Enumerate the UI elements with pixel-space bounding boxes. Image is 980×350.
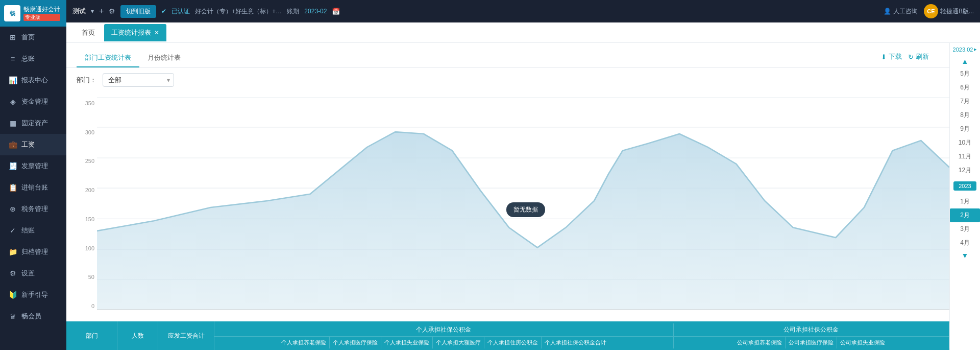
topbar-title-dropdown[interactable]: ▾ — [91, 8, 94, 15]
year-2023-badge-wrapper: 2023 — [950, 177, 980, 195]
tabbar: 首页 工资统计报表 ✕ — [66, 22, 980, 43]
switch-old-btn[interactable]: 切到旧版 — [120, 5, 156, 18]
date-panel: 2023.02 ▸ ▲ 5月 6月 7月 8月 9月 10月 11月 12月 2… — [949, 43, 980, 350]
topbar-status: 已认证 — [172, 7, 190, 16]
date-month-10[interactable]: 10月 — [950, 136, 980, 150]
archive-icon: 📁 — [8, 248, 17, 256]
download-btn[interactable]: ⬇ 下载 — [881, 52, 902, 61]
table-group-company-title: 公司承担社保公积金 — [674, 323, 949, 337]
sidebar-item-funds[interactable]: ◈ 资金管理 — [0, 91, 66, 112]
topbar-right: 👤 人工咨询 CE 轻捷通B版... — [884, 4, 974, 18]
date-2023-month-2[interactable]: 2月 — [950, 208, 980, 222]
sidebar-item-close[interactable]: ✓ 结账 — [0, 220, 66, 241]
date-nav-down[interactable]: ▼ — [960, 250, 970, 261]
bottom-table-header: 部门 人数 应发工资合计 个人承担社保公积金 个人承担养老保险 个人承担医疗保险 — [66, 321, 949, 350]
sidebar-item-ledger[interactable]: ≡ 总账 — [0, 48, 66, 69]
table-group-personal-insurance: 个人承担社保公积金 个人承担养老保险 个人承担医疗保险 个人承担失业保险 个人承… — [214, 323, 674, 348]
ledger-icon: ≡ — [8, 55, 17, 63]
table-group-personal-subs: 个人承担养老保险 个人承担医疗保险 个人承担失业保险 个人承担大额医疗 个人承担… — [278, 337, 609, 348]
topbar-title: 测试 — [72, 7, 86, 16]
date-month-12[interactable]: 12月 — [950, 164, 980, 177]
sidebar-item-archive[interactable]: 📁 归档管理 — [0, 241, 66, 263]
date-2023-month-1[interactable]: 1月 — [950, 195, 980, 208]
y-label-250: 250 — [66, 158, 94, 164]
sidebar-item-settings[interactable]: ⚙ 设置 — [0, 263, 66, 284]
topbar-tags: 好会计（专）+好生意（标）+… — [195, 7, 282, 16]
date-month-8[interactable]: 8月 — [950, 108, 980, 122]
download-icon: ⬇ — [881, 53, 887, 61]
sidebar-item-vip[interactable]: ♛ 畅会员 — [0, 306, 66, 327]
topbar-help[interactable]: 👤 人工咨询 — [884, 7, 918, 16]
date-filter-icon: ▸ — [974, 46, 977, 53]
subtabs: 部门工资统计表 月份统计表 ⬇ 下载 ↻ 刷新 — [66, 43, 949, 68]
main-area: 测试 ▾ + ⚙ 切到旧版 ✔ 已认证 好会计（专）+好生意（标）+… 账期 2… — [66, 0, 980, 350]
tab-close-btn[interactable]: ✕ — [154, 29, 159, 36]
table-col-dept: 部门 — [66, 321, 117, 350]
sidebar-item-tax[interactable]: ⊛ 税务管理 — [0, 198, 66, 220]
y-label-200: 200 — [66, 187, 94, 193]
logo-icon: 畅 — [4, 5, 20, 21]
trade-icon: 📋 — [8, 183, 17, 192]
y-label-300: 300 — [66, 129, 94, 135]
sidebar-item-salary[interactable]: 💼 工资 — [0, 134, 66, 155]
sidebar-item-invoice[interactable]: 🧾 发票管理 — [0, 155, 66, 177]
topbar-period: 2023-02 — [304, 8, 327, 15]
table-sub-personal-housing: 个人承担住房公积金 — [484, 337, 542, 348]
date-month-5[interactable]: 5月 — [950, 67, 980, 81]
refresh-icon: ↻ — [908, 53, 914, 61]
subtab-month[interactable]: 月份统计表 — [139, 49, 189, 67]
topbar: 测试 ▾ + ⚙ 切到旧版 ✔ 已认证 好会计（专）+好生意（标）+… 账期 2… — [66, 0, 980, 22]
topbar-gear-btn[interactable]: ⚙ — [109, 7, 115, 15]
topbar-add-btn[interactable]: + — [99, 7, 104, 16]
topbar-user[interactable]: CE 轻捷通B版... — [924, 4, 974, 18]
page: 部门工资统计表 月份统计表 ⬇ 下载 ↻ 刷新 — [66, 43, 980, 350]
subtab-dept[interactable]: 部门工资统计表 — [77, 49, 139, 67]
table-col-salary: 应发工资合计 — [158, 321, 214, 350]
no-data-tooltip: 暂无数据 — [506, 202, 545, 217]
sidebar-item-home[interactable]: ⊞ 首页 — [0, 27, 66, 48]
sidebar: 畅 畅康通好会计 专业版 ⊞ 首页 ≡ 总账 📊 报表中心 ◈ 资金管理 ▦ 固… — [0, 0, 66, 350]
date-month-11[interactable]: 11月 — [950, 150, 980, 164]
table-group-company-insurance: 公司承担社保公积金 公司承担养老保险 公司承担医疗保险 公司承担失业保险 — [674, 323, 949, 348]
logo-text: 畅康通好会计 专业版 — [23, 6, 60, 21]
sidebar-item-assets[interactable]: ▦ 固定资产 — [0, 112, 66, 134]
date-month-6[interactable]: 6月 — [950, 81, 980, 95]
tax-icon: ⊛ — [8, 205, 17, 213]
sidebar-item-trade[interactable]: 📋 进销台账 — [0, 177, 66, 198]
dept-label: 部门： — [77, 76, 96, 85]
refresh-btn[interactable]: ↻ 刷新 — [908, 52, 929, 61]
table-sub-personal-pension: 个人承担养老保险 — [278, 337, 330, 348]
tab-home[interactable]: 首页 — [75, 24, 102, 41]
table-sub-personal-medical: 个人承担医疗保险 — [330, 337, 381, 348]
vip-icon: ♛ — [8, 312, 17, 320]
status-icon: ✔ — [161, 8, 166, 15]
date-panel-header[interactable]: 2023.02 ▸ — [951, 43, 979, 56]
tab-salary-report[interactable]: 工资统计报表 ✕ — [104, 24, 166, 41]
sidebar-item-guide[interactable]: 🔰 新手引导 — [0, 284, 66, 306]
sidebar-item-reports[interactable]: 📊 报表中心 — [0, 69, 66, 91]
table-sub-personal-total: 个人承担社保公积金合计 — [542, 337, 609, 348]
date-2023-month-3[interactable]: 3月 — [950, 222, 980, 236]
guide-icon: 🔰 — [8, 291, 17, 299]
calendar-icon[interactable]: 📅 — [332, 8, 340, 15]
y-label-150: 150 — [66, 216, 94, 222]
topbar-period-label: 账期 — [287, 7, 299, 16]
table-sub-company-medical: 公司承担医疗保险 — [786, 337, 837, 348]
date-month-7[interactable]: 7月 — [950, 95, 980, 108]
reports-icon: 📊 — [8, 76, 17, 84]
dept-select[interactable]: 全部 财务部 销售部 技术部 — [103, 73, 174, 87]
date-nav-up[interactable]: ▲ — [960, 56, 970, 67]
y-label-350: 350 — [66, 100, 94, 106]
table-group-personal-title: 个人承担社保公积金 — [214, 323, 673, 337]
sidebar-logo: 畅 畅康通好会计 专业版 — [0, 0, 66, 27]
table-col-count: 人数 — [117, 321, 158, 350]
date-month-9[interactable]: 9月 — [950, 122, 980, 136]
table-group-company-subs: 公司承担养老保险 公司承担医疗保险 公司承担失业保险 — [734, 337, 888, 348]
table-sub-company-unemployment: 公司承担失业保险 — [837, 337, 888, 348]
year-2023-badge[interactable]: 2023 — [953, 181, 977, 191]
date-2023-month-4[interactable]: 4月 — [950, 236, 980, 250]
salary-icon: 💼 — [8, 141, 17, 149]
assets-icon: ▦ — [8, 119, 17, 127]
page-main: 部门工资统计表 月份统计表 ⬇ 下载 ↻ 刷新 — [66, 43, 949, 350]
invoice-icon: 🧾 — [8, 162, 17, 170]
